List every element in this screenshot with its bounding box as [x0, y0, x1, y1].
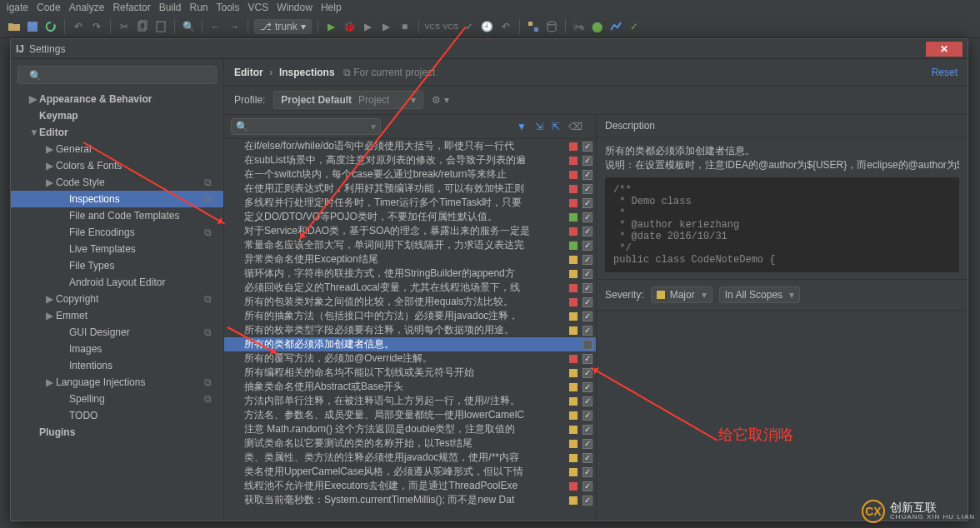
- save-icon[interactable]: [25, 19, 40, 34]
- menu-item[interactable]: Code: [37, 2, 61, 13]
- rule-checkbox[interactable]: [582, 269, 592, 279]
- rule-row[interactable]: 定义DO/DTO/VO等POJO类时，不要加任何属性默认值。: [224, 210, 596, 224]
- revert-icon[interactable]: ↶: [498, 19, 513, 34]
- menu-item[interactable]: igate: [7, 2, 28, 13]
- severity-combo[interactable]: Major ▾: [651, 286, 712, 303]
- rule-checkbox[interactable]: [582, 212, 592, 222]
- debug-icon[interactable]: 🐞: [342, 19, 358, 34]
- rule-row[interactable]: 循环体内，字符串的联接方式，使用StringBuilder的append方: [224, 266, 596, 281]
- rule-checkbox[interactable]: [582, 170, 592, 180]
- sidebar-item[interactable]: Intentions: [11, 357, 223, 374]
- rule-checkbox[interactable]: [582, 311, 592, 321]
- rule-checkbox[interactable]: [582, 425, 592, 435]
- rule-checkbox[interactable]: [582, 255, 592, 265]
- rule-checkbox[interactable]: [582, 227, 592, 237]
- cut-icon[interactable]: ✂: [117, 19, 132, 34]
- main-menubar[interactable]: igate Code Analyze Refactor Build Run To…: [0, 0, 980, 15]
- sidebar-item[interactable]: Plugins: [11, 424, 223, 441]
- sidebar-item[interactable]: Live Templates: [11, 241, 223, 257]
- undo-icon[interactable]: ↶: [71, 19, 86, 34]
- rule-row[interactable]: 在一个switch块内，每个case要么通过break/return等来终止: [224, 167, 596, 182]
- rule-row[interactable]: 必须回收自定义的ThreadLocal变量，尤其在线程池场景下，线: [224, 281, 596, 295]
- rule-row[interactable]: 异常类命名使用Exception结尾: [224, 252, 596, 266]
- sidebar-item[interactable]: ▶Colors & Fonts: [11, 157, 223, 174]
- branch-selector[interactable]: ⎇ trunk ▾: [254, 19, 312, 34]
- sidebar-item[interactable]: File Encodings⧉: [11, 224, 223, 241]
- menu-item[interactable]: Help: [321, 2, 342, 13]
- rule-row[interactable]: 方法内部单行注释，在被注释语句上方另起一行，使用//注释。: [224, 394, 596, 408]
- rules-search-input[interactable]: [231, 118, 381, 135]
- rule-checkbox[interactable]: [582, 184, 592, 194]
- rule-row[interactable]: 类、类属性、类方法的注释必须使用javadoc规范，使用/**内容: [224, 451, 596, 465]
- redo-icon[interactable]: ↷: [89, 19, 104, 34]
- sidebar-item[interactable]: File and Code Templates: [11, 207, 223, 224]
- run-icon[interactable]: ▶: [324, 19, 339, 34]
- vcs-update-icon[interactable]: VCS: [443, 19, 458, 34]
- back-icon[interactable]: ←: [208, 19, 223, 34]
- sidebar-item[interactable]: TODO: [11, 407, 223, 424]
- rule-row[interactable]: 方法名、参数名、成员变量、局部变量都统一使用lowerCamelC: [224, 408, 596, 422]
- sidebar-item[interactable]: ▶Appearance & Behavior: [11, 91, 223, 107]
- rule-checkbox[interactable]: [582, 354, 592, 364]
- rule-row[interactable]: 抽象类命名使用Abstract或Base开头: [224, 380, 596, 394]
- rule-checkbox[interactable]: [582, 396, 592, 406]
- rule-checkbox[interactable]: [582, 340, 592, 350]
- check-icon[interactable]: ✓: [627, 19, 642, 34]
- forward-icon[interactable]: →: [227, 19, 242, 34]
- rule-checkbox[interactable]: [582, 481, 592, 491]
- rule-row[interactable]: 对于Service和DAO类，基于SOA的理念，暴露出来的服务一定是: [224, 224, 596, 238]
- rule-row[interactable]: 所有的覆写方法，必须加@Override注解。: [224, 351, 596, 366]
- copy-icon[interactable]: [135, 19, 150, 34]
- collapse-icon[interactable]: ⇱: [552, 121, 560, 132]
- rule-row[interactable]: 所有的枚举类型字段必须要有注释，说明每个数据项的用途。: [224, 323, 596, 337]
- rule-checkbox[interactable]: [582, 467, 592, 477]
- rule-row[interactable]: 所有的包装类对象之间值的比较，全部使用equals方法比较。: [224, 295, 596, 309]
- sidebar-item[interactable]: ▶Emmet: [11, 307, 223, 324]
- rule-checkbox[interactable]: [582, 411, 592, 421]
- sidebar-search-input[interactable]: [18, 66, 217, 84]
- rule-checkbox[interactable]: [582, 198, 592, 208]
- rule-row[interactable]: 常量命名应该全部大写，单词间用下划线隔开，力求语义表达完: [224, 238, 596, 252]
- sidebar-item[interactable]: File Types: [11, 257, 223, 274]
- sidebar-item[interactable]: ▶Code Style⧉: [11, 174, 223, 191]
- scope-combo[interactable]: In All Scopes ▾: [719, 286, 800, 303]
- menu-item[interactable]: VCS: [248, 2, 269, 13]
- rule-checkbox[interactable]: [582, 382, 592, 392]
- reset-link[interactable]: Reset: [932, 67, 958, 78]
- rule-row[interactable]: 所有编程相关的命名均不能以下划线或美元符号开始: [224, 366, 596, 380]
- sidebar-item[interactable]: Spelling⧉: [11, 391, 223, 407]
- menu-item[interactable]: Build: [159, 2, 182, 13]
- rule-checkbox[interactable]: [582, 326, 592, 336]
- breadcrumb-inspections[interactable]: Inspections: [279, 67, 335, 78]
- vcs-icon[interactable]: VCS: [425, 19, 440, 34]
- rule-checkbox[interactable]: [582, 297, 592, 307]
- rule-row[interactable]: 在使用正则表达式时，利用好其预编译功能，可以有效加快正则: [224, 182, 596, 196]
- filter-icon[interactable]: ▼: [517, 121, 527, 132]
- run-coverage-icon[interactable]: ▶: [361, 19, 376, 34]
- close-button[interactable]: ✕: [926, 42, 962, 57]
- rules-list[interactable]: 在if/else/for/while/do语句中必须使用大括号，即使只有一行代在…: [224, 139, 596, 521]
- rule-row[interactable]: 多线程并行处理定时任务时，Timer运行多个TimeTask时，只要: [224, 196, 596, 210]
- sidebar-item[interactable]: Keymap: [11, 107, 223, 124]
- gear-icon[interactable]: ⚙ ▾: [432, 94, 448, 106]
- rule-checkbox[interactable]: [582, 283, 592, 293]
- rule-checkbox[interactable]: [582, 156, 592, 166]
- alibaba-icon[interactable]: ⬤: [590, 19, 605, 34]
- paste-icon[interactable]: [153, 19, 168, 34]
- sidebar-item[interactable]: ▶Copyright⧉: [11, 291, 223, 307]
- settings-tree[interactable]: ▶Appearance & BehaviorKeymap▼Editor▶Gene…: [11, 91, 223, 521]
- stop-icon[interactable]: ■: [398, 19, 412, 34]
- menu-item[interactable]: Run: [189, 2, 208, 13]
- rule-row[interactable]: 线程池不允许使用Executors去创建，而是通过ThreadPoolExe: [224, 479, 596, 493]
- rule-row[interactable]: 所有的类都必须添加创建者信息。: [224, 337, 596, 351]
- sidebar-item[interactable]: ▶Language Injections⧉: [11, 374, 223, 391]
- sidebar-item[interactable]: Android Layout Editor: [11, 274, 223, 291]
- open-icon[interactable]: [7, 19, 22, 34]
- rule-row[interactable]: 测试类命名以它要测试的类的名称开始，以Test结尾: [224, 436, 596, 451]
- sidebar-item[interactable]: Images: [11, 341, 223, 357]
- rule-row[interactable]: 注意 Math.random() 这个方法返回是double类型，注意取值的: [224, 422, 596, 436]
- sidebar-item[interactable]: ▼Editor: [11, 124, 223, 141]
- database-icon[interactable]: [544, 19, 559, 34]
- rule-checkbox[interactable]: [582, 439, 592, 449]
- ant-icon[interactable]: 🐜: [572, 19, 587, 34]
